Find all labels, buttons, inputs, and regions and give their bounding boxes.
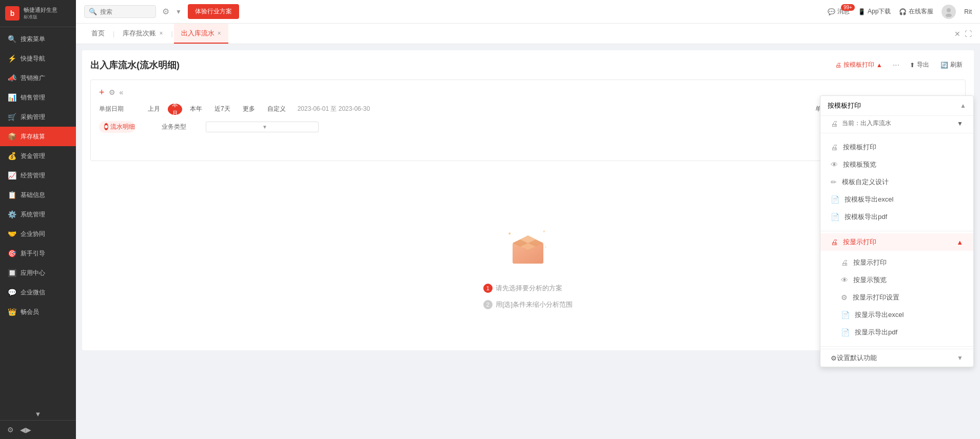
printer-icon: 🖨 [831, 143, 838, 151]
business-type-select[interactable]: ▼ [206, 122, 319, 132]
template-print-label: 按模板打印 [844, 61, 874, 69]
wechat-icon: 💬 [7, 288, 16, 297]
page-header-actions: 🖨 按模板打印 ▲ ··· ⬆ 导出 🔄 刷新 [832, 58, 966, 71]
date-tag-7days[interactable]: 近7天 [210, 103, 235, 115]
svg-point-0 [947, 8, 951, 12]
collapse-icon[interactable]: ◀▶ [20, 426, 31, 434]
headset-icon: 🎧 [899, 8, 907, 15]
page-header: 出入库流水(流水明细) 🖨 按模板打印 ▲ ··· ⬆ 导出 🔄 刷新 [90, 58, 966, 71]
date-tag-this-year[interactable]: 本年 [185, 103, 207, 115]
template-pdf-label: 按模板导出pdf [845, 212, 887, 222]
filter-collapse-icon[interactable]: « [120, 88, 124, 96]
sidebar-item-marketing[interactable]: 📣 营销推广 [0, 68, 76, 88]
svg-text:✦: ✦ [542, 229, 546, 234]
sidebar-label-wechat: 企业微信 [21, 288, 45, 297]
sidebar-item-system[interactable]: ⚙️ 系统管理 [0, 205, 76, 224]
dropdown-display-print[interactable]: 🖨 按显示打印 [820, 254, 973, 271]
display-print-section-header[interactable]: 🖨 按显示打印 ▲ [820, 233, 973, 251]
date-tag-custom[interactable]: 自定义 [263, 103, 290, 115]
sidebar-item-apps[interactable]: 🔲 应用中心 [0, 263, 76, 283]
dropdown-footer[interactable]: ⚙ 设置默认功能 ▼ [820, 349, 973, 367]
tab-batch-close[interactable]: × [159, 30, 163, 37]
sales-icon: 📊 [7, 93, 16, 102]
dropdown-template-pdf[interactable]: 📄 按模板导出pdf [820, 208, 973, 226]
sidebar-item-collab[interactable]: 🤝 企业协同 [0, 224, 76, 244]
window-buttons: ✕ ⛶ [954, 30, 972, 38]
sidebar-nav: 🔍 搜索菜单 ⚡ 快捷导航 📣 营销推广 📊 销售管理 🛒 采购管理 📦 库存核… [0, 27, 76, 408]
settings-icon[interactable]: ⚙ [7, 426, 14, 434]
dropdown-close-icon[interactable]: ▲ [960, 102, 966, 109]
business-select-arrow: ▼ [262, 124, 314, 130]
download-icon: 📱 [858, 8, 866, 15]
sidebar-item-operation[interactable]: 📈 经营管理 [0, 166, 76, 185]
date-tag-this-month[interactable]: 本月 [168, 104, 182, 115]
tab-home[interactable]: 首页 [84, 24, 112, 44]
dropdown-template-preview[interactable]: 👁 按模板预览 [820, 156, 973, 173]
sidebar-label-guide: 新手引导 [21, 249, 45, 258]
window-expand-btn[interactable]: ⛶ [965, 30, 972, 38]
sidebar-item-inventory[interactable]: 📦 库存核算 [0, 127, 76, 146]
sidebar-item-purchase[interactable]: 🛒 采购管理 [0, 107, 76, 127]
chevron-down-icon: ▼ [175, 8, 182, 15]
topbar-gear[interactable]: ⚙ [162, 7, 169, 16]
refresh-btn[interactable]: 🔄 刷新 [937, 58, 966, 71]
dropdown-display-pdf[interactable]: 📄 按显示导出pdf [820, 324, 973, 341]
dropdown-display-settings[interactable]: ⚙ 按显示打印设置 [820, 289, 973, 306]
sidebar-item-finance[interactable]: 💰 资金管理 [0, 146, 76, 166]
page-content: 出入库流水(流水明细) 🖨 按模板打印 ▲ ··· ⬆ 导出 🔄 刷新 [76, 44, 980, 439]
trial-btn[interactable]: 体验行业方案 [188, 4, 239, 19]
empty-svg: ✦ ✦ ✦ [502, 220, 554, 271]
sidebar-item-guide[interactable]: 🎯 新手引导 [0, 244, 76, 263]
sidebar-label-search: 搜索菜单 [21, 35, 45, 44]
search-box[interactable]: 🔍 [84, 5, 156, 18]
search-input[interactable] [100, 8, 151, 15]
divider-2 [820, 231, 973, 231]
sidebar-scroll-down[interactable]: ▼ [0, 408, 76, 420]
step1-text: 请先选择要分析的方案 [496, 282, 562, 295]
app-download-link[interactable]: 📱 App下载 [858, 7, 891, 16]
sidebar-item-shortcut[interactable]: ⚡ 快捷导航 [0, 49, 76, 68]
add-filter-btn[interactable]: + [99, 87, 105, 98]
sidebar-item-wechat[interactable]: 💬 企业微信 [0, 283, 76, 302]
filter-settings-icon[interactable]: ⚙ [109, 88, 115, 96]
template-excel-label: 按模板导出excel [845, 195, 893, 204]
empty-illustration: ✦ ✦ ✦ [502, 220, 554, 271]
message-link[interactable]: 💬 消息 99+ [828, 7, 850, 16]
window-close-btn[interactable]: ✕ [954, 30, 961, 38]
current-arrow[interactable]: ▼ [957, 120, 963, 127]
refresh-icon: 🔄 [940, 62, 948, 69]
display-printer-icon: 🖨 [841, 258, 848, 267]
username-label[interactable]: Rit [964, 8, 972, 15]
user-avatar[interactable] [942, 5, 956, 19]
tab-flow-close[interactable]: × [218, 30, 221, 37]
svg-text:✦: ✦ [507, 231, 512, 236]
dropdown-display-preview[interactable]: 👁 按显示预览 [820, 271, 973, 289]
svg-point-2 [105, 125, 108, 128]
svg-point-1 [946, 13, 952, 17]
sidebar-item-search[interactable]: 🔍 搜索菜单 [0, 29, 76, 49]
date-tag-last-month[interactable]: 上月 [143, 103, 165, 115]
filter-tag-container: 流水明细 [99, 121, 135, 133]
search-icon: 🔍 [7, 34, 16, 44]
dropdown-template-print[interactable]: 🖨 按模板打印 [820, 138, 973, 156]
online-service-label: 在线客服 [909, 7, 933, 16]
online-service-link[interactable]: 🎧 在线客服 [899, 7, 933, 16]
main-content: 🔍 ⚙ ▼ 体验行业方案 💬 消息 99+ 📱 App下载 🎧 在线客服 [76, 0, 980, 439]
sidebar-label-member: 畅会员 [21, 308, 39, 316]
topbar-right: 💬 消息 99+ 📱 App下载 🎧 在线客服 Rit [828, 5, 972, 19]
dropdown-display-excel[interactable]: 📄 按显示导出excel [820, 306, 973, 324]
scroll-down-icon: ▼ [35, 410, 42, 418]
display-print-header-label: 按显示打印 [843, 237, 876, 247]
date-tag-more[interactable]: 更多 [238, 103, 260, 115]
dropdown-template-custom[interactable]: ✏ 模板自定义设计 [820, 173, 973, 191]
tab-batch[interactable]: 库存批次账 × [115, 24, 170, 44]
dropdown-template-excel[interactable]: 📄 按模板导出excel [820, 191, 973, 208]
sidebar-item-member[interactable]: 👑 畅会员 [0, 302, 76, 322]
sidebar-item-sales[interactable]: 📊 销售管理 [0, 88, 76, 107]
more-options-icon[interactable]: ··· [891, 61, 901, 70]
export-btn[interactable]: ⬆ 导出 [907, 58, 932, 71]
template-print-btn[interactable]: 🖨 按模板打印 ▲ [832, 58, 886, 71]
tab-flow[interactable]: 出入库流水 × [174, 24, 228, 44]
sidebar-label-finance: 资金管理 [21, 152, 45, 161]
sidebar-item-basic[interactable]: 📋 基础信息 [0, 185, 76, 205]
